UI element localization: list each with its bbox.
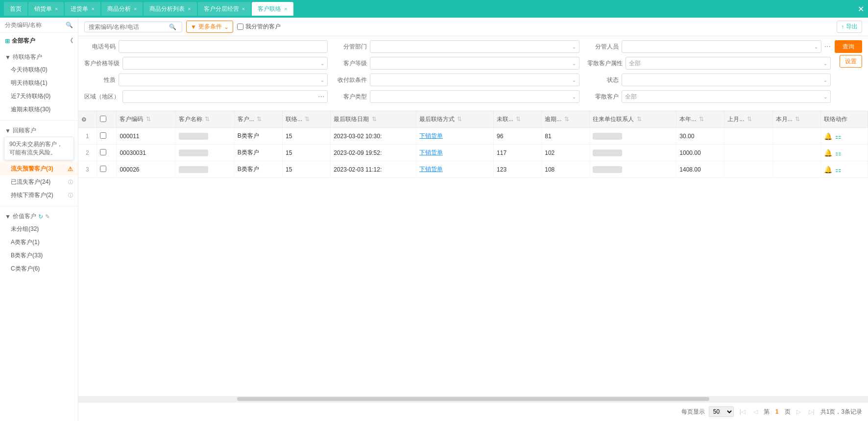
tab-customer-segment-close[interactable]: × — [242, 6, 245, 12]
sidebar-search-input[interactable] — [5, 22, 64, 28]
my-customers-checkbox[interactable] — [237, 24, 243, 30]
col-this-month-sort[interactable]: ⇅ — [795, 116, 800, 123]
more-action-icon[interactable]: ⚏ — [835, 149, 842, 157]
sidebar-item-unclassified[interactable]: 未分组(32) — [0, 223, 78, 236]
col-name-sort[interactable]: ⇅ — [205, 116, 210, 123]
sidebar-group-pending-title[interactable]: ▼ 待联络客户 — [0, 51, 78, 63]
filter-phone-input[interactable] — [119, 40, 328, 53]
more-action-icon[interactable]: ⚏ — [835, 132, 842, 140]
sidebar-item-churned[interactable]: 已流失客户(24) ⓘ — [0, 175, 78, 189]
tab-customer-contact[interactable]: 客户联络 × — [252, 2, 293, 16]
sidebar-item-class-b[interactable]: B类客户(33) — [0, 249, 78, 262]
prev-page-button[interactable]: ◁ — [751, 407, 760, 416]
sidebar-group-pending: ▼ 待联络客户 今天待联络(0) 明天待联络(1) 近7天待联络(0) 逾期未联… — [0, 49, 78, 118]
tab-product-list[interactable]: 商品分析列表 × — [144, 2, 196, 16]
filter-customer-level-select[interactable]: ⌄ — [370, 57, 579, 70]
sidebar-item-class-c[interactable]: C类客户(6) — [0, 262, 78, 275]
row-checkbox[interactable] — [96, 145, 117, 161]
tab-sales-close[interactable]: × — [55, 6, 58, 12]
page-size-select[interactable]: 50 100 — [709, 406, 734, 417]
tab-sales[interactable]: 销货单 × — [28, 2, 64, 16]
filter-scatter-attr-select[interactable]: 全部 ⌄ — [626, 57, 831, 70]
last-page-button[interactable]: ▷| — [807, 407, 817, 416]
col-checkbox[interactable] — [96, 111, 117, 128]
col-this-year-sort[interactable]: ⇅ — [699, 116, 704, 123]
filter-nature-select[interactable]: ⌄ — [119, 74, 328, 86]
sidebar-collapse-icon[interactable]: 《 — [67, 37, 73, 45]
sidebar-search-icon[interactable]: 🔍 — [66, 22, 73, 28]
search-button[interactable]: 🔍 — [169, 24, 176, 30]
contact-action-icon[interactable]: 🔔 — [824, 132, 832, 140]
col-code-sort[interactable]: ⇅ — [146, 116, 151, 123]
contact-action-icon[interactable]: 🔔 — [824, 149, 832, 157]
scroll-thumb[interactable] — [237, 397, 710, 401]
row-code: 00030031 — [117, 145, 175, 161]
more-filter-button[interactable]: ▼ 更多条件 ⌄ — [186, 21, 233, 33]
search-input[interactable] — [89, 24, 167, 30]
filter-price-level-select[interactable]: ⌄ — [122, 57, 328, 70]
row-last-method[interactable]: 下销货单 — [416, 128, 494, 145]
row-checkbox[interactable] — [96, 128, 117, 145]
sidebar-group-review-title[interactable]: ▼ 回顾客户 — [0, 124, 78, 137]
sidebar-item-tomorrow-pending[interactable]: 明天待联络(1) — [0, 76, 78, 90]
filter-customer-type-select[interactable]: ⌄ — [370, 90, 579, 103]
row-overdue: 81 — [542, 128, 590, 145]
tab-purchase-close[interactable]: × — [91, 6, 94, 12]
sidebar-item-today-pending[interactable]: 今天待联络(0) — [0, 63, 78, 76]
select-all-checkbox[interactable] — [100, 116, 106, 122]
row-last-method[interactable]: 下销货单 — [416, 161, 494, 178]
next-page-button[interactable]: ▷ — [795, 407, 803, 416]
page-label-pre: 第 — [764, 408, 770, 416]
col-contact-sort[interactable]: ⇅ — [305, 116, 310, 123]
sidebar-group-value-title[interactable]: ▼ 价值客户 ↻ ✎ — [0, 210, 78, 223]
col-last-date-sort[interactable]: ⇅ — [372, 116, 377, 123]
tab-product-list-close[interactable]: × — [188, 6, 191, 12]
sidebar-item-overdue-pending[interactable]: 逾期未联络(30) — [0, 103, 78, 116]
row-last-method[interactable]: 下销货单 — [416, 145, 494, 161]
col-type-sort[interactable]: ⇅ — [257, 116, 262, 123]
more-action-icon[interactable]: ⚏ — [835, 166, 842, 173]
row-checkbox[interactable] — [96, 161, 117, 178]
window-close-button[interactable]: ✕ — [858, 4, 864, 14]
settings-button[interactable]: 设置 — [840, 55, 862, 68]
tab-product-analysis-close[interactable]: × — [134, 6, 137, 12]
contact-action-icon[interactable]: 🔔 — [824, 166, 832, 173]
sidebar-root-label[interactable]: ⊞ 全部客户 — [5, 37, 35, 45]
row-action: 🔔 ⚏ — [820, 161, 868, 178]
tab-home[interactable]: 首页 — [4, 2, 27, 16]
filter-status-select[interactable]: ⌄ — [622, 74, 831, 86]
value-edit-icon[interactable]: ✎ — [45, 213, 50, 220]
filter-price-level: 客户价格等级 ⌄ — [84, 57, 328, 70]
filter-region-select[interactable]: ··· — [122, 90, 328, 103]
sidebar-item-class-a[interactable]: A类客户(1) — [0, 236, 78, 249]
col-overdue-sort[interactable]: ⇅ — [564, 116, 569, 123]
pagination: 每页显示 50 100 |◁ ◁ 第 1 页 ▷ ▷| 共1页，3条记录 — [78, 402, 868, 421]
row-contact: 15 — [283, 161, 331, 178]
tab-customer-contact-close[interactable]: × — [284, 6, 287, 12]
value-refresh-icon[interactable]: ↻ — [38, 213, 43, 220]
col-last-method-sort[interactable]: ⇅ — [457, 116, 462, 123]
tab-purchase[interactable]: 进货单 × — [65, 2, 100, 16]
filter-chevron-icon: ⌄ — [224, 24, 229, 30]
tab-product-analysis[interactable]: 商品分析 × — [101, 2, 143, 16]
filter-region-more[interactable]: ··· — [318, 92, 324, 101]
horizontal-scrollbar[interactable] — [78, 396, 868, 402]
col-no-contact-sort[interactable]: ⇅ — [516, 116, 521, 123]
sidebar-item-week-pending[interactable]: 近7天待联络(0) — [0, 90, 78, 103]
query-button[interactable]: 查询 — [835, 40, 862, 53]
col-settings[interactable]: ⚙ — [78, 111, 96, 128]
filter-scatter-customer-select[interactable]: 全部 ⌄ — [622, 90, 831, 103]
tab-customer-segment[interactable]: 客户分层经营 × — [198, 2, 251, 16]
filter-payment-select[interactable]: ⌄ — [370, 74, 579, 86]
first-page-button[interactable]: |◁ — [738, 407, 747, 416]
row-action: 🔔 ⚏ — [820, 128, 868, 145]
sidebar-item-declining[interactable]: 持续下滑客户(2) ⓘ — [0, 189, 78, 202]
col-last-month-sort[interactable]: ⇅ — [747, 116, 752, 123]
col-contact-person-sort[interactable]: ⇅ — [637, 116, 642, 123]
filter-person-more[interactable]: ··· — [824, 42, 831, 51]
export-button[interactable]: ↑ 导出 — [837, 21, 862, 33]
sidebar-item-churn-warning[interactable]: 流失预警客户(3) ⚠ — [0, 162, 78, 175]
filter-person-select[interactable]: ⌄ — [622, 40, 821, 53]
dept-chevron-icon: ⌄ — [572, 44, 576, 50]
filter-dept-select[interactable]: ⌄ — [370, 40, 579, 53]
